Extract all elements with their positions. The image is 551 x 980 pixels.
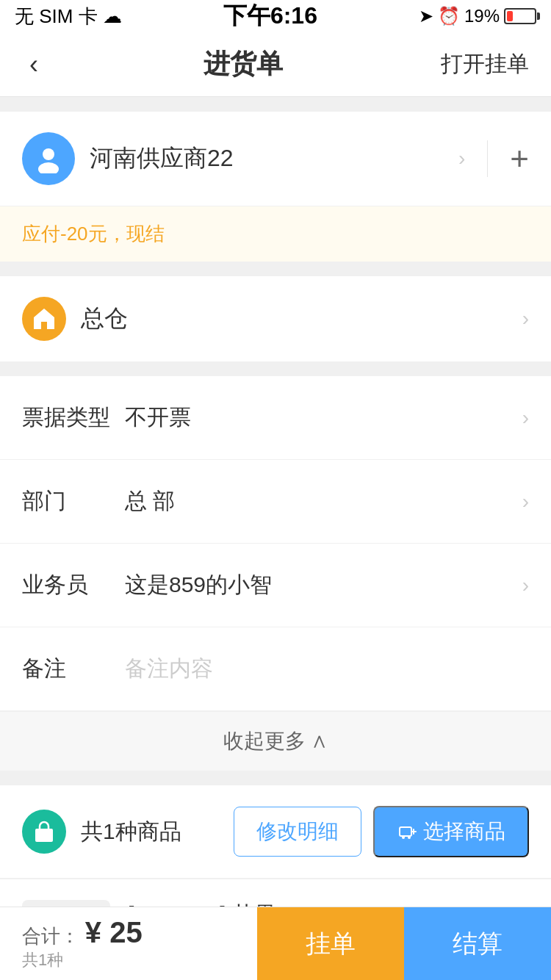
supplier-row[interactable]: 河南供应商22 › + (0, 112, 551, 206)
alarm-icon: ⏰ (438, 6, 460, 26)
person-icon (34, 144, 63, 173)
svg-rect-3 (400, 827, 411, 836)
salesperson-chevron-icon: › (522, 574, 529, 597)
salesperson-row[interactable]: 业务员 这是859的小智 › (0, 544, 551, 627)
bottom-bar: 合计： ¥ 25 共1种 挂单 结算 (0, 907, 551, 980)
form-section: 票据类型 不开票 › 部门 总 部 › 业务员 这是859的小智 › 备注 备注… (0, 376, 551, 710)
location-icon: ➤ (419, 6, 433, 26)
add-supplier-button[interactable]: + (487, 140, 529, 177)
hang-label: 挂单 (306, 927, 356, 961)
salesperson-value: 这是859的小智 (125, 570, 522, 600)
bag-icon (31, 818, 57, 845)
remark-row[interactable]: 备注 备注内容 (0, 627, 551, 710)
cart-icon (397, 821, 417, 842)
nav-bar: ‹ 进货单 打开挂单 (0, 32, 551, 97)
salesperson-label: 业务员 (22, 570, 125, 600)
status-bar: 无 SIM 卡 ☁ 下午6:16 ➤ ⏰ 19% (0, 0, 551, 32)
sim-label: 无 SIM 卡 ☁ (15, 4, 122, 29)
supplier-avatar (22, 132, 75, 185)
total-amount: ¥ 25 (85, 916, 143, 948)
total-count: 共1种 (22, 949, 235, 971)
ticket-type-row[interactable]: 票据类型 不开票 › (0, 376, 551, 460)
remark-value[interactable]: 备注内容 (125, 654, 529, 684)
total-line: 合计： ¥ 25 (22, 916, 235, 949)
open-hang-button[interactable]: 打开挂单 (441, 49, 529, 79)
warehouse-section: 总仓 › (0, 276, 551, 361)
modify-detail-button[interactable]: 修改明细 (234, 807, 361, 857)
status-left: 无 SIM 卡 ☁ (15, 4, 122, 29)
checkout-label: 结算 (453, 927, 503, 961)
svg-point-0 (43, 148, 54, 160)
select-product-label: 选择商品 (423, 818, 505, 846)
supplier-name: 河南供应商22 (90, 143, 458, 175)
department-label: 部门 (22, 486, 125, 516)
battery-icon (504, 8, 536, 24)
svg-point-4 (402, 836, 405, 839)
supplier-chevron-icon: › (458, 147, 465, 170)
ticket-type-value: 不开票 (125, 403, 522, 433)
warehouse-chevron-icon: › (522, 307, 529, 331)
status-time: 下午6:16 (223, 0, 317, 32)
hang-button[interactable]: 挂单 (257, 907, 404, 981)
select-product-button[interactable]: 选择商品 (373, 806, 529, 857)
battery-percent: 19% (464, 6, 500, 26)
notice-text: 应付-20元，现结 (22, 223, 165, 245)
collapse-label: 收起更多 ∧ (223, 727, 328, 755)
home-icon (31, 306, 57, 332)
bottom-total: 合计： ¥ 25 共1种 (0, 916, 257, 971)
ticket-type-chevron-icon: › (522, 406, 529, 430)
warehouse-icon (22, 297, 66, 341)
warehouse-name: 总仓 (81, 303, 522, 335)
product-icon (22, 810, 66, 854)
department-chevron-icon: › (522, 490, 529, 514)
back-button[interactable]: ‹ (22, 42, 46, 87)
collapse-bar[interactable]: 收起更多 ∧ (0, 712, 551, 771)
status-right: ➤ ⏰ 19% (419, 6, 536, 26)
supplier-section: 河南供应商22 › + 应付-20元，现结 (0, 112, 551, 262)
product-header: 共1种商品 修改明细 选择商品 (0, 785, 551, 878)
checkout-button[interactable]: 结算 (404, 907, 551, 981)
department-value: 总 部 (125, 486, 522, 516)
ticket-type-label: 票据类型 (22, 403, 125, 433)
notice-bar: 应付-20元，现结 (0, 206, 551, 262)
department-row[interactable]: 部门 总 部 › (0, 460, 551, 544)
warehouse-row[interactable]: 总仓 › (0, 276, 551, 361)
svg-rect-2 (35, 829, 53, 842)
svg-point-5 (408, 836, 411, 839)
page-title: 进货单 (204, 46, 283, 82)
svg-point-1 (38, 162, 59, 173)
product-count: 共1种商品 (81, 817, 234, 847)
total-label: 合计： (22, 925, 79, 947)
remark-label: 备注 (22, 654, 125, 684)
